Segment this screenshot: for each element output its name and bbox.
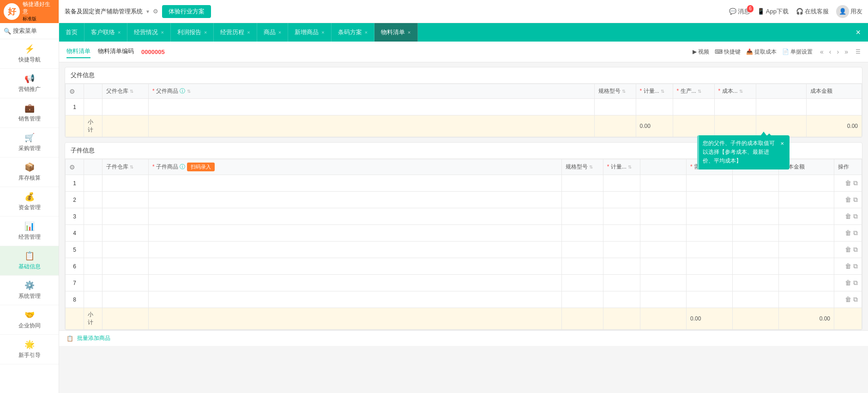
- child-row-8-unit-cost[interactable]: [733, 291, 779, 308]
- parent-cost-sort-icon[interactable]: ⇅: [739, 89, 743, 94]
- child-row-1-unit-cost[interactable]: [733, 175, 779, 192]
- child-gear-icon[interactable]: ⚙: [69, 163, 75, 171]
- child-row-7-unit[interactable]: [603, 275, 640, 291]
- child-row-4-warehouse[interactable]: [102, 225, 149, 242]
- child-row-8-delete-icon[interactable]: 🗑: [845, 296, 851, 303]
- sidebar-item-inventory[interactable]: 📦 库存核算: [0, 157, 59, 187]
- child-row-3-qty[interactable]: [687, 208, 733, 225]
- shortcut-link[interactable]: ⌨ 快捷键: [715, 48, 741, 56]
- child-product-info-icon[interactable]: ⓘ: [180, 163, 185, 170]
- nav-first-btn[interactable]: «: [818, 47, 826, 56]
- child-row-5-product[interactable]: [149, 242, 562, 258]
- child-row-4-unit[interactable]: [603, 225, 640, 242]
- parent-row-1-spec[interactable]: [594, 99, 636, 115]
- child-row-6-product[interactable]: [149, 258, 562, 275]
- extract-cost-link[interactable]: 📥 提取成本: [746, 48, 777, 56]
- nav-close-all-btn[interactable]: ×: [852, 28, 864, 37]
- sidebar-item-sales[interactable]: 💼 销售管理: [0, 98, 59, 128]
- parent-warehouse-sort-icon[interactable]: ⇅: [130, 89, 133, 94]
- child-row-8-copy-icon[interactable]: ⧉: [853, 296, 858, 303]
- online-service-link[interactable]: 🎧 在线客服: [796, 7, 829, 16]
- parent-unit-sort-icon[interactable]: ⇅: [661, 89, 664, 94]
- single-setting-link[interactable]: 📄 单据设置: [782, 48, 813, 56]
- sidebar-item-guide[interactable]: 🌟 新手引导: [0, 335, 59, 364]
- tab-bom[interactable]: 物料清单 ×: [374, 23, 417, 42]
- child-row-2-unit[interactable]: [603, 192, 640, 208]
- trial-btn[interactable]: 体验行业方案: [162, 5, 211, 18]
- child-row-8-product[interactable]: [149, 291, 562, 308]
- child-row-1-spec[interactable]: [561, 175, 603, 192]
- tab-profit-close[interactable]: ×: [204, 30, 207, 35]
- child-row-4-copy-icon[interactable]: ⧉: [853, 229, 858, 237]
- child-row-8-spec[interactable]: [561, 291, 603, 308]
- child-row-3-product[interactable]: [149, 208, 562, 225]
- child-th-settings[interactable]: ⚙: [66, 159, 84, 175]
- tab-customer[interactable]: 客户联络 ×: [84, 23, 127, 42]
- child-row-1-copy-icon[interactable]: ⧉: [853, 179, 858, 187]
- menu-icon[interactable]: ☰: [856, 48, 861, 55]
- child-row-6-spec[interactable]: [561, 258, 603, 275]
- child-row-5-warehouse[interactable]: [102, 242, 149, 258]
- child-row-1-qty[interactable]: [687, 175, 733, 192]
- child-row-4-spec[interactable]: [561, 225, 603, 242]
- child-row-7-warehouse[interactable]: [102, 275, 149, 291]
- tab-history-close[interactable]: ×: [247, 30, 250, 35]
- scan-input-btn[interactable]: 扫码录入: [187, 163, 215, 171]
- child-row-5-copy-icon[interactable]: ⧉: [853, 246, 858, 254]
- child-row-3-unit[interactable]: [603, 208, 640, 225]
- message-link[interactable]: 💬 消息 6: [729, 7, 750, 16]
- tab-barcode[interactable]: 条码方案 ×: [332, 23, 374, 42]
- video-link[interactable]: ▶ 视频: [693, 48, 709, 56]
- child-row-8-unit[interactable]: [603, 291, 640, 308]
- parent-row-1-warehouse[interactable]: [102, 99, 149, 115]
- tooltip-close-btn[interactable]: ×: [780, 139, 784, 149]
- child-row-3-copy-icon[interactable]: ⧉: [853, 212, 858, 220]
- page-tab-bom[interactable]: 物料清单: [66, 45, 90, 58]
- child-row-6-qty[interactable]: [687, 258, 733, 275]
- child-row-6-delete-icon[interactable]: 🗑: [845, 262, 851, 270]
- child-row-3-delete-icon[interactable]: 🗑: [845, 212, 851, 220]
- sidebar-item-basic-info[interactable]: 📋 基础信息: [0, 246, 59, 276]
- child-row-2-unit-cost[interactable]: [733, 192, 779, 208]
- child-row-6-unit[interactable]: [603, 258, 640, 275]
- child-row-5-delete-icon[interactable]: 🗑: [845, 246, 851, 254]
- child-unit-sort-icon[interactable]: ⇅: [628, 164, 632, 169]
- child-row-1-warehouse[interactable]: [102, 175, 149, 192]
- app-download-link[interactable]: 📱 App下载: [757, 7, 789, 16]
- tab-products-close[interactable]: ×: [278, 30, 281, 35]
- child-row-2-qty[interactable]: [687, 192, 733, 208]
- child-row-4-unit-cost[interactable]: [733, 225, 779, 242]
- sidebar-item-quick-nav[interactable]: ⚡ 快捷导航: [0, 39, 59, 69]
- nav-next-btn[interactable]: ›: [835, 47, 841, 56]
- child-row-7-copy-icon[interactable]: ⧉: [853, 279, 858, 287]
- child-row-1-unit[interactable]: [603, 175, 640, 192]
- child-row-6-unit-cost[interactable]: [733, 258, 779, 275]
- tab-operations[interactable]: 经营情况 ×: [127, 23, 170, 42]
- child-row-1-product[interactable]: [149, 175, 562, 192]
- tab-products[interactable]: 商品 ×: [257, 23, 288, 42]
- sidebar-item-finance[interactable]: 💰 资金管理: [0, 187, 59, 217]
- child-row-5-unit-cost[interactable]: [733, 242, 779, 258]
- tab-new-product-close[interactable]: ×: [321, 30, 324, 35]
- child-row-6-copy-icon[interactable]: ⧉: [853, 262, 858, 270]
- sidebar-item-operations[interactable]: 📊 经营管理: [0, 217, 59, 246]
- child-row-7-spec[interactable]: [561, 275, 603, 291]
- parent-row-1-production[interactable]: [673, 99, 714, 115]
- child-row-2-product[interactable]: [149, 192, 562, 208]
- child-row-7-unit-cost[interactable]: [733, 275, 779, 291]
- child-spec-sort-icon[interactable]: ⇅: [589, 164, 593, 169]
- dropdown-arrow-icon[interactable]: ▾: [146, 8, 149, 15]
- user-link[interactable]: 👤 用友: [836, 5, 862, 18]
- child-row-4-delete-icon[interactable]: 🗑: [845, 229, 851, 237]
- parent-row-1-cost[interactable]: [714, 99, 756, 115]
- child-row-1-delete-icon[interactable]: 🗑: [845, 179, 851, 187]
- parent-prod-sort-icon[interactable]: ⇅: [698, 89, 701, 94]
- tab-home[interactable]: 首页: [59, 23, 84, 42]
- child-warehouse-sort-icon[interactable]: ⇅: [130, 164, 133, 169]
- parent-gear-icon[interactable]: ⚙: [69, 88, 75, 95]
- parent-th-settings[interactable]: ⚙: [66, 84, 84, 99]
- child-row-4-qty[interactable]: [687, 225, 733, 242]
- sidebar-item-enterprise[interactable]: 🤝 企业协同: [0, 305, 59, 335]
- parent-product-info-icon[interactable]: ⓘ: [180, 88, 185, 94]
- tab-customer-close[interactable]: ×: [118, 30, 121, 35]
